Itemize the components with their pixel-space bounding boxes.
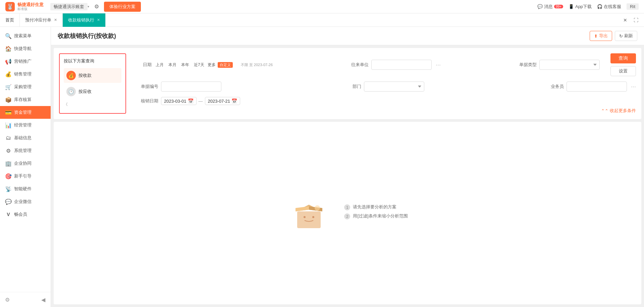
dept-select[interactable] <box>364 82 424 92</box>
sidebar-settings-btn[interactable]: ⚙ <box>3 295 12 304</box>
writeoff-start-input[interactable]: 2023-03-01 📅 <box>161 97 197 105</box>
filter-option-receivable[interactable]: 🕐 按应收 <box>64 84 121 99</box>
sidebar-item-search[interactable]: 🔍 搜索菜单 <box>0 30 51 42</box>
filter-panel: 按以下方案查询 💰 按收款 🕐 按应收 《 <box>54 48 641 119</box>
tab-collection-close[interactable]: ✕ <box>97 18 100 22</box>
date-shortcuts: 上月 本月 本年 近7天 更多 自定义 <box>154 61 233 68</box>
settings-icon[interactable]: ⚙ <box>92 2 101 11</box>
filter-settings-button[interactable]: 设置 <box>610 66 636 76</box>
date-range: 2023-03-01 📅 — 2023-07-21 📅 <box>161 97 240 105</box>
date-custom-tag[interactable]: 自定义 <box>218 62 233 68</box>
collapse-button[interactable]: ⌃⌃ 收起更多条件 <box>601 108 636 114</box>
empty-content: 1 请先选择要分析的方案 2 用[过滤]条件来缩小分析范围 <box>287 191 408 235</box>
date-last-month[interactable]: 上月 <box>154 61 165 68</box>
sidebar-item-basic[interactable]: 🗂 基础信息 <box>0 132 51 144</box>
user-name-display[interactable]: Rit <box>627 3 639 10</box>
sidebar-item-member[interactable]: V 畅会员 <box>0 208 51 221</box>
operations-icon: 📊 <box>5 122 11 128</box>
staff-dots[interactable]: ··· <box>631 83 636 90</box>
sidebar-item-inventory-label: 库存核算 <box>14 97 32 103</box>
filter-scheme-panel: 按以下方案查询 💰 按收款 🕐 按应收 《 <box>59 53 126 114</box>
empty-state: 1 请先选择要分析的方案 2 用[过滤]条件来缩小分析范围 <box>54 122 641 304</box>
purchase-icon: 🛒 <box>5 84 11 90</box>
sidebar-item-quick-nav[interactable]: 🏠 快捷导航 <box>0 42 51 55</box>
sidebar-item-operations-label: 经营管理 <box>14 122 32 128</box>
brand-name: 畅捷通好生意 <box>17 2 44 7</box>
dept-label: 部门 <box>334 84 361 90</box>
svg-point-6 <box>315 205 320 211</box>
tab-close-btn[interactable]: ✕ <box>621 16 629 24</box>
filter-fields: 日期 上月 本月 本年 近7天 更多 自定义 <box>131 53 636 114</box>
filter-layout: 按以下方案查询 💰 按收款 🕐 按应收 《 <box>59 53 636 114</box>
tab-home[interactable]: 首页 <box>0 13 20 27</box>
receivable-option-icon: 🕐 <box>66 87 76 96</box>
step2-text: 用[过滤]条件来缩小分析范围 <box>353 213 408 219</box>
staff-input[interactable] <box>567 82 627 92</box>
sidebar-item-hardware[interactable]: 📡 智能硬件 <box>0 183 51 195</box>
sidebar-item-inventory[interactable]: 📦 库存核算 <box>0 93 51 106</box>
filter-row-1: 日期 上月 本月 本年 近7天 更多 自定义 <box>131 53 636 76</box>
export-button[interactable]: ⬆ 导出 <box>590 31 612 41</box>
tab-collection-label: 收款核销执行 <box>68 17 94 23</box>
refresh-icon: ↻ <box>619 34 623 39</box>
chevron-up-icon: ⌃⌃ <box>601 108 608 113</box>
app-logo-icon: 🐰 <box>5 2 15 11</box>
sidebar-item-wechat[interactable]: 💬 企业微信 <box>0 195 51 208</box>
sidebar-item-enterprise[interactable]: 🏢 企业协同 <box>0 157 51 170</box>
edition-label: 标准版 <box>17 7 44 11</box>
sidebar-item-guide[interactable]: 🎯 新手引导 <box>0 170 51 183</box>
refresh-button[interactable]: ↻ 刷新 <box>615 31 637 41</box>
search-icon: 🔍 <box>5 33 11 39</box>
marketing-icon: 📢 <box>5 58 11 64</box>
sidebar-item-member-label: 畅会员 <box>14 211 27 217</box>
export-label: 导出 <box>599 33 608 39</box>
sidebar-item-purchase-label: 采购管理 <box>14 84 32 90</box>
solution-button[interactable]: 体验行业方案 <box>104 2 141 12</box>
tab-collection[interactable]: 收款核销执行 ✕ <box>63 13 106 27</box>
sidebar-item-purchase[interactable]: 🛒 采购管理 <box>0 81 51 93</box>
vendor-input[interactable] <box>371 60 432 70</box>
tab-prepay[interactable]: 预付冲应付单 ✕ <box>20 13 63 27</box>
vendor-field: 往来单位 ··· <box>342 60 441 70</box>
sidebar-collapse-btn[interactable]: ◀ <box>39 295 48 304</box>
sidebar-item-sales[interactable]: 💰 销售管理 <box>0 68 51 81</box>
service-icon: 🎧 <box>597 4 602 9</box>
sidebar-item-operations[interactable]: 📊 经营管理 <box>0 119 51 132</box>
tab-expand-btn[interactable]: ⛶ <box>632 16 640 24</box>
date-more[interactable]: 更多 <box>208 62 216 68</box>
doc-type-field: 单据类型 <box>510 60 600 70</box>
sidebar-item-finance[interactable]: 💳 资金管理 <box>0 106 51 119</box>
message-label: 消息 <box>544 4 553 10</box>
refresh-label: 刷新 <box>624 33 633 39</box>
workspace-chevron[interactable]: ▾ <box>88 5 89 8</box>
online-service-btn[interactable]: 🎧 在线客服 <box>597 4 621 10</box>
date-7days[interactable]: 近7天 <box>193 61 206 68</box>
content-area: 收款核销执行(按收款) ⬆ 导出 ↻ 刷新 按以下方案查询 💰 <box>51 27 644 307</box>
doc-type-select[interactable] <box>539 60 600 70</box>
writeoff-end-text: 2023-07-21 <box>208 99 230 104</box>
writeoff-date-field: 核销日期 2023-03-01 📅 — 2023-07-21 <box>131 97 240 105</box>
writeoff-start-text: 2023-03-01 <box>164 99 186 104</box>
message-btn[interactable]: 💬 消息 99+ <box>537 4 563 10</box>
filter-toggle-btn[interactable]: 《 <box>64 102 121 107</box>
date-this-year[interactable]: 本年 <box>180 61 191 68</box>
sidebar-item-system[interactable]: ⚙ 系统管理 <box>0 144 51 157</box>
online-service-label: 在线客服 <box>604 4 621 10</box>
vendor-dots[interactable]: ··· <box>436 61 441 68</box>
phone-icon: 📱 <box>569 4 574 9</box>
sidebar-item-marketing[interactable]: 📢 营销推广 <box>0 55 51 68</box>
filter-actions: 查询 设置 <box>610 53 636 76</box>
collapse-bar: ⌃⌃ 收起更多条件 <box>131 108 636 114</box>
query-button[interactable]: 查询 <box>610 53 636 63</box>
receivable-option-label: 按应收 <box>78 89 92 95</box>
date-this-month[interactable]: 本月 <box>167 61 178 68</box>
empty-step-1: 1 请先选择要分析的方案 <box>344 204 408 210</box>
tab-prepay-close[interactable]: ✕ <box>54 18 57 22</box>
filter-option-receipt[interactable]: 💰 按收款 <box>64 68 121 83</box>
tab-controls: ✕ ⛶ <box>621 16 644 24</box>
date-field: 日期 上月 本月 本年 近7天 更多 自定义 <box>131 61 233 68</box>
writeoff-end-input[interactable]: 2023-07-21 📅 <box>205 97 240 105</box>
doc-no-input[interactable] <box>161 82 221 92</box>
app-download-btn[interactable]: 📱 App下载 <box>569 4 592 10</box>
inventory-icon: 📦 <box>5 97 11 103</box>
